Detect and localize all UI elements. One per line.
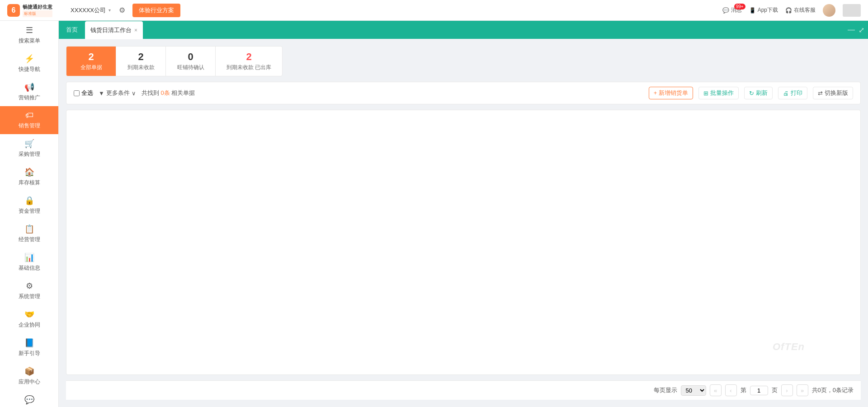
wechat-icon: 💬	[24, 395, 34, 405]
settings-button[interactable]: ⚙	[115, 4, 129, 17]
online-service-button[interactable]: 🎧 在线客服	[785, 6, 816, 14]
summary-tabs: 2 全部单据 2 到期未收款 0 旺铺待确认 2 到期未收款 已出库	[66, 46, 283, 76]
summary-tab-pending[interactable]: 0 旺铺待确认	[166, 47, 216, 76]
toolbar-right: + 新增销货单 ⊞ 批量操作 ↻ 刷新 🖨 打印 ⇄	[649, 87, 853, 99]
last-page-button[interactable]: »	[797, 384, 808, 396]
tab-bar-actions: — ⤢	[848, 26, 868, 34]
maximize-button[interactable]: ⤢	[859, 26, 864, 34]
page-size-select[interactable]: 10 20 50 100	[681, 385, 706, 396]
user-name[interactable]	[843, 4, 861, 17]
topbar: 6 畅捷通好生意 标准版 XXXXXX公司 ▾ ⚙ 体验行业方案 💬 消息 99…	[0, 0, 868, 21]
search-menu-icon: ☰	[26, 25, 33, 35]
sidebar-item-finance[interactable]: 🔒 资金管理	[0, 191, 58, 220]
cooperation-icon: 🤝	[24, 309, 34, 319]
base-info-icon: 📊	[24, 253, 34, 262]
service-icon: 🎧	[785, 7, 792, 14]
sidebar-item-guide[interactable]: 📘 新手引导	[0, 333, 58, 362]
prev-page-button[interactable]: ‹	[725, 384, 737, 396]
sidebar-item-marketing[interactable]: 📢 营销推广	[0, 78, 58, 106]
found-text: 共找到 0条 相关单据	[142, 89, 195, 97]
system-icon: ⚙	[26, 281, 33, 291]
sidebar-item-sales[interactable]: 🏷 销售管理	[0, 106, 58, 134]
logo-icon: 6	[7, 4, 20, 17]
avatar[interactable]	[823, 4, 835, 17]
first-page-button[interactable]: «	[710, 384, 722, 396]
more-filters-button[interactable]: ▼ 更多条件 ∨	[99, 89, 136, 97]
logo-area: 6 畅捷通好生意 标准版	[7, 4, 66, 17]
sidebar-item-wechat[interactable]: 💬 企业微信	[0, 390, 58, 407]
tab-close-button[interactable]: ×	[134, 27, 137, 33]
inventory-icon: 🏠	[24, 167, 34, 177]
gear-icon: ⚙	[119, 6, 125, 14]
summary-tab-delivered[interactable]: 2 到期未收款 已出库	[216, 47, 282, 76]
quick-nav-icon: ⚡	[24, 54, 34, 64]
switch-icon: ⇄	[818, 90, 823, 97]
sidebar-item-cooperation[interactable]: 🤝 企业协同	[0, 305, 58, 333]
logo-text: 畅捷通好生意 标准版	[23, 4, 52, 17]
refresh-icon: ↻	[749, 90, 754, 97]
tab-home[interactable]: 首页	[59, 21, 85, 39]
sidebar-item-quick-nav[interactable]: ⚡ 快捷导航	[0, 49, 58, 78]
toolbar: 全选 ▼ 更多条件 ∨ 共找到 0条 相关单据 + 新增销货单	[66, 82, 861, 104]
app-center-icon: 📦	[24, 366, 34, 376]
topbar-right: 💬 消息 99+ 📱 App下载 🎧 在线客服	[722, 4, 861, 17]
sales-icon: 🏷	[25, 111, 33, 120]
next-page-button[interactable]: ›	[781, 384, 793, 396]
page-number-input[interactable]	[750, 386, 768, 395]
pagination: 每页显示 10 20 50 100 « ‹ 第 页 › » 共0页，0条记录	[66, 380, 861, 400]
table-area	[66, 110, 861, 375]
chevron-down-icon: ▾	[108, 8, 111, 13]
sidebar-item-system[interactable]: ⚙ 系统管理	[0, 276, 58, 305]
summary-tab-overdue[interactable]: 2 到期未收款	[116, 47, 166, 76]
purchase-icon: 🛒	[24, 139, 34, 149]
tab-workbench[interactable]: 钱货日清工作台 ×	[85, 21, 143, 39]
message-button[interactable]: 💬 消息 99+	[722, 6, 742, 14]
refresh-button[interactable]: ↻ 刷新	[744, 87, 773, 99]
toolbar-left: 全选 ▼ 更多条件 ∨ 共找到 0条 相关单据	[74, 89, 195, 97]
message-icon: 💬	[722, 7, 729, 14]
finance-icon: 🔒	[24, 196, 34, 206]
marketing-icon: 📢	[24, 82, 34, 92]
print-button[interactable]: 🖨 打印	[778, 87, 807, 99]
sidebar-item-inventory[interactable]: 🏠 库存核算	[0, 163, 58, 191]
sidebar-item-base-info[interactable]: 📊 基础信息	[0, 248, 58, 276]
add-sales-order-button[interactable]: + 新增销货单	[649, 87, 693, 99]
sidebar-item-purchase[interactable]: 🛒 采购管理	[0, 134, 58, 163]
trial-button[interactable]: 体验行业方案	[132, 4, 180, 17]
filter-icon: ▼	[99, 90, 104, 97]
company-selector[interactable]: XXXXXX公司 ▾	[66, 5, 115, 16]
sidebar-item-operations[interactable]: 📋 经营管理	[0, 220, 58, 248]
content-area: 首页 钱货日清工作台 × — ⤢ 2 全部单据 2 到期未收款	[59, 21, 868, 407]
sidebar-item-search-menu[interactable]: ☰ 搜索菜单	[0, 21, 58, 49]
minimize-button[interactable]: —	[848, 26, 855, 34]
operations-icon: 📋	[24, 224, 34, 234]
summary-tab-all[interactable]: 2 全部单据	[66, 47, 116, 76]
switch-version-button[interactable]: ⇄ 切换新版	[813, 87, 853, 99]
batch-operation-button[interactable]: ⊞ 批量操作	[698, 87, 739, 99]
batch-icon: ⊞	[703, 90, 708, 97]
guide-icon: 📘	[24, 338, 34, 348]
chevron-filter-icon: ∨	[132, 90, 136, 97]
page-content: 2 全部单据 2 到期未收款 0 旺铺待确认 2 到期未收款 已出库	[59, 39, 868, 407]
sidebar: ☰ 搜索菜单 ⚡ 快捷导航 📢 营销推广 🏷 销售管理 🛒 采购管理 🏠 库存核…	[0, 21, 59, 407]
download-icon: 📱	[749, 7, 756, 14]
sidebar-item-app-center[interactable]: 📦 应用中心	[0, 362, 58, 390]
tab-bar: 首页 钱货日清工作台 × — ⤢	[59, 21, 868, 39]
print-icon: 🖨	[783, 90, 789, 97]
app-download-button[interactable]: 📱 App下载	[749, 6, 778, 14]
select-all-checkbox[interactable]: 全选	[74, 89, 93, 97]
main-layout: ☰ 搜索菜单 ⚡ 快捷导航 📢 营销推广 🏷 销售管理 🛒 采购管理 🏠 库存核…	[0, 21, 868, 407]
